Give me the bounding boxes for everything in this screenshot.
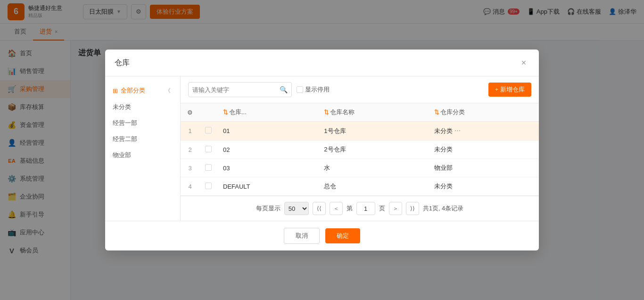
page-prev-btn[interactable]: ＜ xyxy=(330,202,343,215)
warehouse-table: ⚙ ⇅仓库... ⇅仓库名称 ⇅仓库分类 1 01 xyxy=(181,103,539,196)
row-num: 3 xyxy=(181,159,199,177)
page-input[interactable] xyxy=(356,202,375,215)
row-checkbox[interactable] xyxy=(199,159,217,177)
row-name: 1号仓库 xyxy=(318,122,429,141)
row-category: 物业部 xyxy=(429,159,539,177)
row-code: 03 xyxy=(217,159,318,177)
cat-item-unclassified[interactable]: 未分类 xyxy=(105,99,180,115)
page-next-btn[interactable]: ＞ xyxy=(389,202,402,215)
row-checkbox[interactable] xyxy=(199,177,217,196)
row-code: 01 xyxy=(217,122,318,141)
cat-item-ops2[interactable]: 经营二部 xyxy=(105,131,180,147)
total-info: 共1页, 4条记录 xyxy=(423,204,464,213)
per-page-label: 每页显示 xyxy=(256,204,281,213)
row-checkbox[interactable] xyxy=(199,141,217,159)
table-header-row: ⚙ ⇅仓库... ⇅仓库名称 ⇅仓库分类 xyxy=(181,103,539,122)
cancel-button[interactable]: 取消 xyxy=(284,228,320,244)
pagination: 每页显示 50 100 ⟨⟨ ＜ 第 页 ＞ ⟩⟩ 共1页, 4条记录 xyxy=(181,196,539,221)
per-page-select[interactable]: 50 100 xyxy=(284,202,309,215)
col-code[interactable]: ⇅仓库... xyxy=(217,103,318,122)
search-wrap: 🔍 xyxy=(188,82,292,97)
row-name: 水 xyxy=(318,159,429,177)
show-disabled-label: 显示停用 xyxy=(305,85,330,94)
cat-item-ops1[interactable]: 经营一部 xyxy=(105,115,180,131)
show-disabled-checkbox[interactable] xyxy=(297,86,303,93)
row-num: 2 xyxy=(181,141,199,159)
row-more-btn[interactable]: ··· xyxy=(454,126,461,134)
row-checkbox[interactable] xyxy=(199,122,217,141)
row-num: 4 xyxy=(181,177,199,196)
confirm-button[interactable]: 确定 xyxy=(325,228,360,243)
show-disabled-toggle[interactable]: 显示停用 xyxy=(297,85,330,94)
category-grid-icon: ⊞ xyxy=(113,87,118,94)
col-checkbox xyxy=(199,103,217,122)
row-code: DEFAULT xyxy=(217,177,318,196)
row-category: 未分类 xyxy=(429,141,539,159)
col-name[interactable]: ⇅仓库名称 xyxy=(318,103,429,122)
row-category: 未分类 xyxy=(429,177,539,196)
category-all-header[interactable]: ⊞ 全部分类 《 xyxy=(105,82,180,99)
table-panel: 🔍 显示停用 + 新增仓库 ⚙ xyxy=(181,76,539,221)
page-last-btn[interactable]: ⟩⟩ xyxy=(406,202,419,215)
category-all-label: 全部分类 xyxy=(121,86,145,95)
table-row[interactable]: 2 02 2号仓库 未分类 xyxy=(181,141,539,159)
table-row[interactable]: 3 03 水 物业部 xyxy=(181,159,539,177)
page-label: 第 xyxy=(347,204,353,213)
dialog-body: ⊞ 全部分类 《 未分类 经营一部 经营二部 物业部 🔍 xyxy=(105,76,539,221)
row-code: 02 xyxy=(217,141,318,159)
row-num: 1 xyxy=(181,122,199,141)
dialog-title: 仓库 xyxy=(115,58,130,68)
row-name: 总仓 xyxy=(318,177,429,196)
modal-overlay: 仓库 × ⊞ 全部分类 《 未分类 经营一部 经营二部 物业部 xyxy=(0,0,644,300)
table-row[interactable]: 1 01 1号仓库 未分类 ··· xyxy=(181,122,539,141)
search-icon: 🔍 xyxy=(280,86,288,93)
row-category: 未分类 ··· xyxy=(429,122,539,141)
col-category[interactable]: ⇅仓库分类 xyxy=(429,103,539,122)
page-first-btn[interactable]: ⟨⟨ xyxy=(313,202,326,215)
page-unit: 页 xyxy=(379,204,385,213)
category-panel: ⊞ 全部分类 《 未分类 经营一部 经营二部 物业部 xyxy=(105,76,181,221)
dialog-header: 仓库 × xyxy=(105,50,539,76)
warehouse-dialog: 仓库 × ⊞ 全部分类 《 未分类 经营一部 经营二部 物业部 xyxy=(105,50,539,250)
col-gear: ⚙ xyxy=(181,103,199,122)
cat-item-property[interactable]: 物业部 xyxy=(105,147,180,163)
category-collapse-btn[interactable]: 《 xyxy=(163,86,173,95)
dialog-footer: 取消 确定 xyxy=(105,221,539,250)
table-row[interactable]: 4 DEFAULT 总仓 未分类 xyxy=(181,177,539,196)
row-name: 2号仓库 xyxy=(318,141,429,159)
dialog-close-button[interactable]: × xyxy=(518,57,529,68)
search-input[interactable] xyxy=(192,86,280,93)
new-warehouse-button[interactable]: + 新增仓库 xyxy=(488,83,531,97)
table-toolbar: 🔍 显示停用 + 新增仓库 xyxy=(181,76,539,103)
